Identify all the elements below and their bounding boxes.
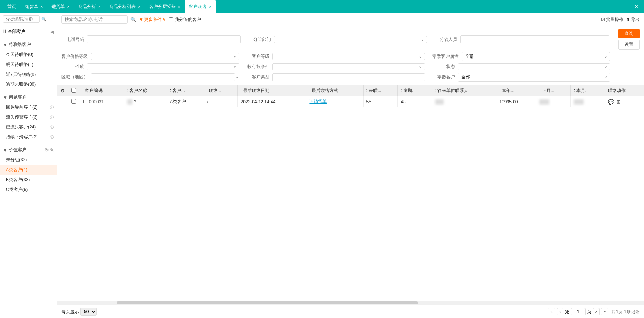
first-page-button[interactable]: « [548,308,555,315]
filter-dept-label: 分管部门 [248,36,274,43]
search-icon[interactable]: 🔍 [130,17,136,22]
row-checkbox-cell[interactable] [68,96,79,107]
info-icon-churned[interactable]: ⓘ [50,125,54,130]
nav-purchase-close[interactable]: × [67,4,69,9]
info-icon-repurchase[interactable]: ⓘ [50,105,54,110]
sidebar-item-repurchase[interactable]: 回购异常客户(2) ⓘ [0,102,57,112]
sidebar-header-all[interactable]: ⠿ 全部客户 ◀ [0,27,57,37]
nav-analysis-close[interactable]: × [98,4,100,9]
nav-customer-layer-close[interactable]: × [178,4,180,9]
nav-customer-layer[interactable]: 客户分层经营 × [145,0,185,13]
nav-sales[interactable]: 销货单 × [21,0,47,13]
filter-dept-select[interactable]: ∨ [274,36,427,43]
filter-region-input[interactable] [91,73,235,81]
checkbox-header[interactable] [68,85,79,96]
filter-customer-type: 客户类型 [247,73,425,81]
export-icon: ⬆ [626,17,630,22]
sidebar-item-week[interactable]: 近7天待联络(0) [0,70,57,80]
search-input[interactable] [61,15,128,24]
info-icon-declining[interactable]: ⓘ [50,135,54,140]
nav-home[interactable]: 首页 [3,0,21,13]
main-layout: 🔍 ⠿ 全部客户 ◀ ▼ 待联络客户 今天待联络(0) 明天待联络(1) 近7天… [0,13,644,318]
refresh-icon[interactable]: ↻ [45,148,49,153]
filter-phone-input[interactable] [87,35,241,43]
filter-payment: 收付款条件 ∨ [247,63,425,70]
filter-payment-select[interactable]: ∨ [272,63,425,70]
page-size-select[interactable]: 50 [80,308,97,316]
table-area[interactable]: ⚙ : 客户编码 : 客户名称 : 客户... : 联络... : 最后联络日期… [57,85,644,301]
setting-button[interactable]: 设置 [618,40,640,50]
window-close-button[interactable]: × [632,3,641,10]
prev-page-button[interactable]: ‹ [557,308,564,315]
chat-icon[interactable]: 💬 [608,99,614,105]
my-customer-checkbox-label[interactable]: 我分管的客户 [169,17,201,23]
filter-price-grade-select[interactable]: ∨ [91,53,239,60]
sidebar-value-label[interactable]: ▼ 价值客户 ↻ ✎ [0,145,57,155]
filter-row-4: 区域（地区） ··· 客户类型 零散客户 全部 ∨ [61,73,640,82]
info-icon-churn[interactable]: ⓘ [50,115,54,120]
filter-customer-grade-select[interactable]: ∨ [272,53,425,60]
pending-arrow-icon: ▼ [3,42,7,47]
sidebar-search-input[interactable] [3,15,40,23]
filter-region-dots[interactable]: ··· [236,75,239,80]
row-liaison: RE . [432,96,496,107]
filter-status-select[interactable]: ∨ [458,63,610,70]
sidebar: 🔍 ⠿ 全部客户 ◀ ▼ 待联络客户 今天待联络(0) 明天待联络(1) 近7天… [0,13,57,318]
more-filter-button[interactable]: ▼ 更多条件 ∨ [139,17,166,23]
sidebar-item-today[interactable]: 今天待联络(0) [0,50,57,60]
nav-analysis-list[interactable]: 商品分析列表 × [105,0,144,13]
select-all-checkbox[interactable] [71,88,76,93]
sidebar-item-overdue-contact[interactable]: 逾期未联络(30) [0,80,57,89]
value-group-icons: ↻ ✎ [45,148,54,153]
nav-sales-close[interactable]: × [40,4,43,9]
my-customer-checkbox[interactable] [169,17,173,22]
nav-purchase[interactable]: 进货单 × [47,0,74,13]
filter-manager-dots[interactable]: ··· [610,37,614,42]
filter-nature-select[interactable]: ∨ [87,63,239,70]
row-checkbox[interactable] [71,99,76,104]
col-overdue: : 逾期... [398,85,432,96]
filter-manager-input[interactable] [460,35,609,43]
gear-header[interactable]: ⚙ [57,85,68,96]
sidebar-item-declining[interactable]: 持续下滑客户(2) ⓘ [0,132,57,142]
col-liaison: : 往来单位联系人 [432,85,496,96]
sidebar-item-ungraded[interactable]: 未分组(32) [0,155,57,165]
query-button[interactable]: 查询 [618,29,640,38]
filter-retail-attr: 零散客户属性 全部 ∨ [432,52,610,61]
horizontal-scrollbar[interactable] [57,301,644,305]
value-arrow-icon: ▼ [3,148,7,153]
col-year-amount: : 本年... [496,85,536,96]
edit-icon[interactable]: ✎ [50,148,54,153]
next-page-button[interactable]: › [593,308,600,315]
last-method-link[interactable]: 下销货单 [309,99,327,104]
sidebar-item-a-class[interactable]: A类客户(1) [0,165,57,175]
nav-analysis[interactable]: 商品分析 × [74,0,105,13]
sidebar-collapse-icon[interactable]: ◀ [50,29,54,35]
scrollbar-thumb[interactable] [117,301,418,304]
filter-customer-type-label: 客户类型 [247,74,272,80]
nav-customer-contact-close[interactable]: × [209,4,211,9]
export-button[interactable]: ⬆ 导出 [626,17,640,23]
sidebar-item-c-class[interactable]: C类客户(6) [0,185,57,195]
sidebar-search-icon[interactable]: 🔍 [41,17,47,22]
filter-retail-customer-select[interactable]: 全部 ∨ [458,73,610,82]
page-number-input[interactable] [571,308,586,315]
row-year-amount: 10995.00 [496,96,536,107]
sidebar-item-churned[interactable]: 已流失客户(24) ⓘ [0,122,57,132]
sidebar-pending-label[interactable]: ▼ 待联络客户 [0,40,57,50]
filter-retail-attr-select[interactable]: 全部 ∨ [462,52,610,61]
sidebar-item-b-class[interactable]: B类客户(33) [0,175,57,185]
filter-customer-type-input[interactable] [272,73,425,81]
batch-operation-button[interactable]: ☑ 批量操作 [601,17,623,23]
sidebar-item-churn-warning[interactable]: 流失预警客户(3) ⓘ [0,112,57,122]
batch-icon: ☑ [601,17,605,22]
sidebar-item-tomorrow[interactable]: 明天待联络(1) [0,60,57,70]
qr-icon[interactable]: ⊞ [616,99,621,105]
nav-analysis-list-close[interactable]: × [138,4,140,9]
top-nav: 首页 销货单 × 进货单 × 商品分析 × 商品分析列表 × 客户分层经营 × … [0,0,644,13]
row-contact: 7 [203,96,238,107]
sidebar-problem-label[interactable]: ▼ 问题客户 [0,92,57,102]
nav-customer-contact[interactable]: 客户联络 × [185,0,215,13]
last-page-button[interactable]: » [601,308,609,315]
row-last-method[interactable]: 下销货单 [306,96,363,107]
